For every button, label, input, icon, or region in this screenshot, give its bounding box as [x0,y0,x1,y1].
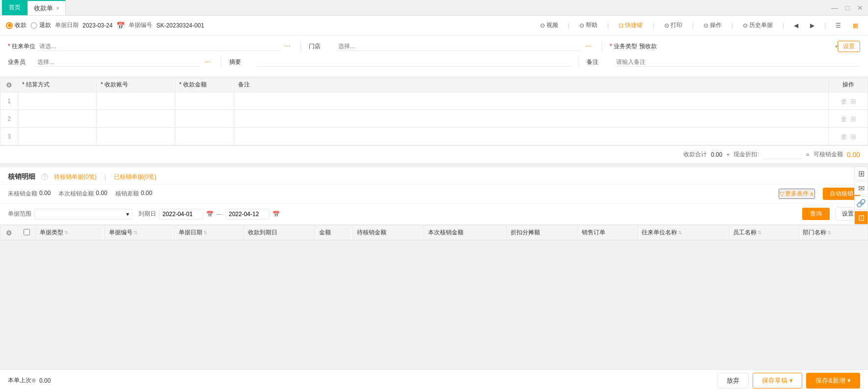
amount-cell-3[interactable] [175,128,234,145]
video-icon: ⊙ [540,22,545,29]
history-button[interactable]: ⊙ 历史单据 [739,20,777,30]
sort-icon-6[interactable]: ⇅ [827,230,831,235]
col-discount: 折扣分摊额 [506,225,577,240]
radio-refund-label: 退款 [39,21,51,29]
copy-icon-2[interactable]: ⊞ [850,115,856,123]
unrealized-label: 未核销金额 [8,190,37,198]
delete-icon-3[interactable]: 🗑 [841,133,847,140]
copy-icon-3[interactable]: ⊞ [850,133,856,140]
tab-home[interactable]: 首页 [2,0,27,15]
more-filter-button[interactable]: ▽ 更多条件 ∧ [779,189,815,199]
sort-icon-4[interactable]: ⇅ [678,230,682,235]
store-field: 门店 ··· [309,42,594,51]
info-icon[interactable]: ? [41,173,48,180]
print-button[interactable]: ⊙ 打印 [660,20,686,30]
sort-icon-5[interactable]: ⇅ [758,230,761,235]
col-remark: 备注 [234,78,829,92]
date-from-input[interactable] [159,209,203,220]
select-all-checkbox[interactable] [24,229,30,235]
next-page-button[interactable]: ▶ [806,21,818,30]
shortcut-button[interactable]: ⊡ 快捷键 [615,20,647,30]
video-button[interactable]: ⊙ 视频 [536,20,562,30]
save-new-button[interactable]: 保存&新增 ▾ [806,373,860,389]
setup-button[interactable]: 设置 [838,41,860,52]
history-icon: ⊙ [743,22,748,29]
radio-receipt[interactable]: 收款 [6,21,27,29]
tab-close-icon[interactable]: × [56,5,59,12]
col-sales-order: 销售订单 [577,225,637,240]
help-button[interactable]: ⊙ 帮助 [575,20,601,30]
total-label: 收款合计 [683,150,707,159]
store-input[interactable] [336,42,581,51]
pending-tab[interactable]: 待核销单据(0笔) [54,173,97,181]
date-to-input[interactable] [225,209,270,220]
account-cell-3[interactable] [97,128,175,145]
bottom-table-settings-icon[interactable]: ⚙ [6,229,12,237]
delete-icon-1[interactable]: 🗑 [841,97,847,105]
summary-label: 摘要 [229,58,255,66]
table-settings-icon[interactable]: ⚙ [6,81,12,89]
settlement-cell-1[interactable] [18,92,97,110]
radio-refund[interactable]: 退款 [30,21,51,29]
tab-receipt[interactable]: 收款单 × [27,0,66,15]
range-chevron-icon: ▾ [126,211,129,218]
sort-icon-3[interactable]: ⇅ [203,230,207,235]
copy-icon-1[interactable]: ⊞ [850,97,856,105]
close-window-button[interactable]: ✕ [854,2,866,14]
cal-to-icon[interactable]: 📅 [272,211,280,218]
calendar-icon[interactable]: 📅 [116,22,125,29]
tab-home-label: 首页 [9,3,21,12]
right-email-icon[interactable]: ✉ [854,181,868,195]
discount-input[interactable] [763,150,802,159]
remark-input[interactable] [614,57,860,67]
actions-button[interactable]: ⊙ 操作 [700,20,726,30]
sort-icon-2[interactable]: ⇅ [134,230,137,235]
right-screenshot-icon[interactable]: ⊡ [854,211,868,224]
amount-cell-1[interactable] [175,92,234,110]
help-icon: ⊙ [579,22,584,29]
verification-section: 核销明细 ? 待核销单据(0笔) | 已核销单据(0笔) 未核销金额 0.00 … [0,168,868,240]
staff-label: 业务员 [8,58,33,66]
account-cell-1[interactable] [97,92,175,110]
sort-icon-1[interactable]: ⇅ [64,230,68,235]
table-row: 2 🗑⊞ [0,110,868,128]
prev-page-button[interactable]: ◀ [790,21,802,30]
save-draft-button[interactable]: 保存草稿 ▾ [753,373,802,389]
col-dept: 部门名称⇅ [798,225,868,240]
minimize-button[interactable]: — [829,2,841,14]
cal-from-icon[interactable]: 📅 [206,211,214,218]
right-link-icon[interactable]: 🔗 [854,196,868,210]
range-select[interactable]: ▾ [34,209,133,220]
settlement-cell-3[interactable] [18,128,97,145]
maximize-button[interactable]: □ [841,2,853,14]
store-more-icon[interactable]: ··· [583,42,594,51]
counterparty-more-icon[interactable]: ··· [282,42,293,51]
remark-cell-2[interactable] [234,110,829,128]
grid-button[interactable]: ▦ [849,21,862,30]
diff-stat: 核销差额 0.00 [115,190,152,198]
counterparty-input[interactable] [37,42,280,51]
staff-input[interactable] [35,57,200,67]
video-label: 视频 [546,21,558,29]
staff-more-icon[interactable]: ··· [202,57,213,66]
menu-button[interactable]: ☰ [832,21,845,30]
col-action: 操作 [829,78,868,92]
summary-input[interactable] [257,57,571,67]
done-tab[interactable]: 已核销单据(0笔) [114,173,157,181]
remark-cell-1[interactable] [234,92,829,110]
delete-icon-2[interactable]: 🗑 [841,115,847,123]
plus-sign: + [726,151,730,158]
form-area: 往来单位 ··· 门店 ··· 业务类型 预收款 ▾ 设置 业务员 ··· [0,35,868,77]
discard-button[interactable]: 放弃 [717,373,749,389]
right-table-icon[interactable]: ⊞ [854,167,868,180]
col-doc-date: 单据日期⇅ [174,225,244,240]
col-counterparty: 往来单位名称⇅ [638,225,729,240]
remark-cell-3[interactable] [234,128,829,145]
amount-cell-2[interactable] [175,110,234,128]
account-cell-2[interactable] [97,110,175,128]
settlement-cell-2[interactable] [18,110,97,128]
query-button[interactable]: 查询 [802,208,830,220]
counterparty-label: 往来单位 [8,42,35,51]
form-divider-4 [578,56,579,68]
col-due-date: 收款到期日 [244,225,315,240]
